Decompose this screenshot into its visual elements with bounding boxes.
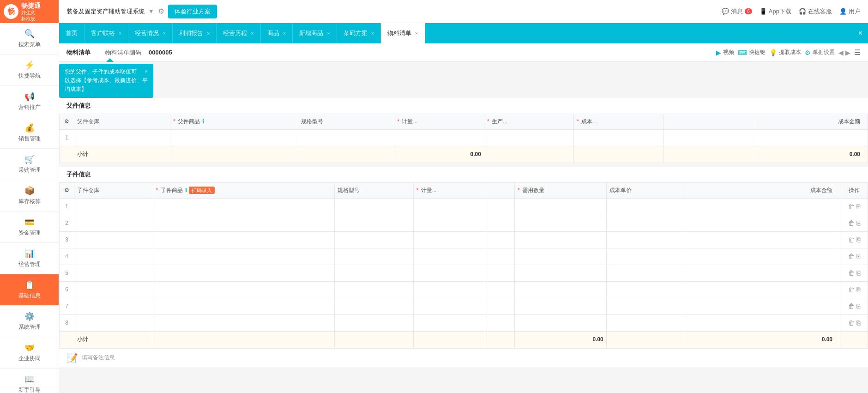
tab-history[interactable]: 经营历程 × xyxy=(217,23,260,43)
child-row-6-copy-button[interactable]: ⎘ xyxy=(856,286,860,293)
sidebar-item-sales[interactable]: 💰 销售管理 xyxy=(0,117,59,149)
shortcut-button[interactable]: ⌨ 快捷键 xyxy=(738,48,766,56)
parent-row-1-spec[interactable] xyxy=(298,129,394,146)
child-row-1-copy-button[interactable]: ⎘ xyxy=(856,203,860,210)
child-row-2-unit-cost[interactable] xyxy=(606,215,685,231)
child-row-6-qty[interactable] xyxy=(515,281,607,298)
sidebar-item-marketing[interactable]: 📢 营销推广 xyxy=(0,86,59,117)
child-row-4-qty[interactable] xyxy=(515,248,607,265)
child-product-info-icon[interactable]: ℹ xyxy=(185,187,187,193)
child-row-1-qty[interactable] xyxy=(515,198,607,215)
tab-products[interactable]: 商品 × xyxy=(261,23,293,43)
child-row-3-warehouse[interactable] xyxy=(74,231,153,248)
child-row-5-product[interactable] xyxy=(153,265,335,281)
tab-products-close[interactable]: × xyxy=(283,30,286,36)
child-row-2-copy-button[interactable]: ⎘ xyxy=(856,219,860,227)
child-row-3-unit[interactable] xyxy=(413,231,487,248)
nav-next-icon[interactable]: ▶ xyxy=(845,49,850,56)
parent-row-1-production[interactable] xyxy=(484,129,573,146)
child-row-4-unit-cost[interactable] xyxy=(606,248,685,265)
child-row-5-spec[interactable] xyxy=(335,265,414,281)
user-button[interactable]: 👤 用户 xyxy=(839,7,861,16)
child-row-6-unit-cost[interactable] xyxy=(606,281,685,298)
child-row-7-unit-cost[interactable] xyxy=(606,298,685,314)
system-dropdown-icon[interactable]: ▼ xyxy=(148,8,154,15)
child-row-3-product[interactable] xyxy=(153,231,335,248)
tab-operations-close[interactable]: × xyxy=(163,30,165,36)
child-row-7-delete-button[interactable]: 🗑 xyxy=(848,302,855,310)
sidebar-item-search[interactable]: 🔍 搜索菜单 xyxy=(0,23,59,54)
tab-profit-close[interactable]: × xyxy=(207,30,210,36)
child-row-1-warehouse[interactable] xyxy=(74,198,153,215)
sidebar-item-system[interactable]: ⚙️ 系统管理 xyxy=(0,306,59,337)
child-row-8-spec[interactable] xyxy=(335,314,414,331)
child-row-2-spec[interactable] xyxy=(335,215,414,231)
child-row-7-qty[interactable] xyxy=(515,298,607,314)
child-row-7-product[interactable] xyxy=(153,298,335,314)
child-row-6-product[interactable] xyxy=(153,281,335,298)
tab-bom[interactable]: 物料清单 × xyxy=(381,23,425,43)
sidebar-item-purchase[interactable]: 🛒 采购管理 xyxy=(0,149,59,180)
tab-bom-close[interactable]: × xyxy=(415,30,418,36)
tab-home[interactable]: 首页 xyxy=(59,23,84,43)
parent-product-info-icon[interactable]: ℹ xyxy=(202,118,205,125)
child-row-5-unit-cost[interactable] xyxy=(606,265,685,281)
settings-button[interactable]: ⚙ 单据设置 xyxy=(805,48,835,56)
scan-button[interactable]: 扫码录入 xyxy=(189,187,215,194)
tab-profit[interactable]: 利润报告 × xyxy=(173,23,217,43)
child-row-7-warehouse[interactable] xyxy=(74,298,153,314)
child-row-7-spec[interactable] xyxy=(335,298,414,314)
online-service-button[interactable]: 🎧 在线客服 xyxy=(799,7,832,16)
child-row-6-spec[interactable] xyxy=(335,281,414,298)
message-button[interactable]: 💬 消息 6 xyxy=(722,7,752,16)
child-row-1-unit-cost[interactable] xyxy=(606,198,685,215)
child-row-4-product[interactable] xyxy=(153,248,335,265)
parent-row-1-product[interactable] xyxy=(170,129,298,146)
tooltip-close-button[interactable]: × xyxy=(145,67,148,76)
child-row-3-unit-cost[interactable] xyxy=(606,231,685,248)
child-row-8-qty[interactable] xyxy=(515,314,607,331)
child-row-5-delete-button[interactable]: 🗑 xyxy=(848,269,855,277)
tab-customer[interactable]: 客户联络 × xyxy=(84,23,128,43)
child-row-7-copy-button[interactable]: ⎘ xyxy=(856,302,860,310)
tab-barcode-close[interactable]: × xyxy=(371,30,374,36)
child-row-2-unit[interactable] xyxy=(413,215,487,231)
child-row-3-delete-button[interactable]: 🗑 xyxy=(848,236,855,243)
child-row-8-copy-button[interactable]: ⎘ xyxy=(856,319,860,326)
trial-button[interactable]: 体验行业方案 xyxy=(168,5,217,18)
parent-row-1-cost[interactable] xyxy=(574,129,663,146)
child-row-7-unit[interactable] xyxy=(413,298,487,314)
child-row-8-delete-button[interactable]: 🗑 xyxy=(848,319,855,326)
child-row-5-warehouse[interactable] xyxy=(74,265,153,281)
child-row-6-unit[interactable] xyxy=(413,281,487,298)
child-row-6-warehouse[interactable] xyxy=(74,281,153,298)
child-col-settings[interactable]: ⚙ xyxy=(60,182,74,198)
child-row-1-unit[interactable] xyxy=(413,198,487,215)
tab-customer-close[interactable]: × xyxy=(119,30,121,36)
tab-new-product[interactable]: 新增商品 × xyxy=(293,23,337,43)
child-row-3-copy-button[interactable]: ⎘ xyxy=(856,236,860,243)
parent-col-settings[interactable]: ⚙ xyxy=(60,114,74,129)
child-row-4-delete-button[interactable]: 🗑 xyxy=(848,253,855,260)
child-row-8-unit-cost[interactable] xyxy=(606,314,685,331)
child-row-2-product[interactable] xyxy=(153,215,335,231)
child-row-8-warehouse[interactable] xyxy=(74,314,153,331)
child-row-2-qty[interactable] xyxy=(515,215,607,231)
child-row-5-qty[interactable] xyxy=(515,265,607,281)
child-row-2-warehouse[interactable] xyxy=(74,215,153,231)
sidebar-item-basics[interactable]: 📋 基础信息 xyxy=(0,274,59,306)
tab-barcode[interactable]: 条码方案 × xyxy=(337,23,381,43)
nav-prev-icon[interactable]: ◀ xyxy=(838,49,844,56)
sidebar-item-finance[interactable]: 💳 资金管理 xyxy=(0,212,59,243)
child-row-4-copy-button[interactable]: ⎘ xyxy=(856,253,860,260)
close-all-tabs-button[interactable]: × xyxy=(853,29,868,37)
sidebar-item-operations[interactable]: 📊 经营管理 xyxy=(0,243,59,274)
child-row-2-delete-button[interactable]: 🗑 xyxy=(848,219,855,227)
app-download-button[interactable]: 📱 App下载 xyxy=(760,7,791,16)
child-row-4-unit[interactable] xyxy=(413,248,487,265)
child-row-8-unit[interactable] xyxy=(413,314,487,331)
tab-history-close[interactable]: × xyxy=(251,30,253,36)
tab-new-product-close[interactable]: × xyxy=(327,30,330,36)
parent-row-1-unit[interactable] xyxy=(394,129,484,146)
sidebar-item-guide[interactable]: 📖 新手引导 xyxy=(0,369,59,393)
